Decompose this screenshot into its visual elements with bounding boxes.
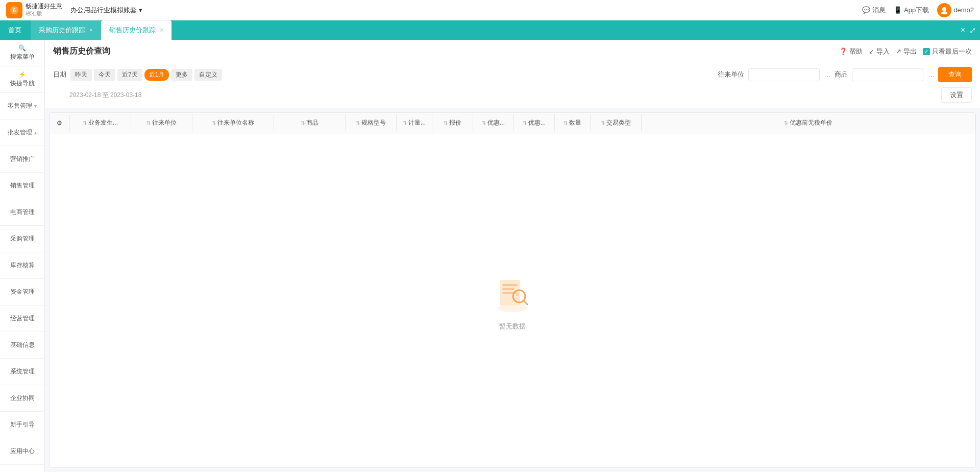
th-qty[interactable]: ⇅ 数量: [555, 114, 591, 131]
sidebar-item-guide[interactable]: 新手引导: [0, 412, 44, 438]
partner-filter-group: 往来单位 ...: [718, 68, 830, 81]
sidebar-item-wechat[interactable]: 企业微信: [0, 465, 44, 472]
btn-group-right: 设置: [941, 87, 972, 103]
close-tab-btn[interactable]: ×: [961, 26, 965, 35]
date-range-text: 2023-02-18 至 2023-03-18: [69, 91, 141, 100]
help-label: 帮助: [849, 47, 863, 56]
date-btn-today[interactable]: 今天: [94, 69, 115, 81]
th-discount1-label: 优惠...: [487, 119, 505, 127]
query-button[interactable]: 查询: [938, 67, 972, 82]
th-discount1-sort-icon: ⇅: [482, 120, 486, 126]
tab-purchase-close[interactable]: ×: [89, 27, 93, 34]
import-button[interactable]: ↙ 导入: [869, 47, 890, 56]
sidebar-item-operations[interactable]: 经营管理: [0, 305, 44, 332]
date-btn-custom[interactable]: 自定义: [194, 69, 222, 81]
export-button[interactable]: ↗ 导出: [896, 47, 917, 56]
sidebar-item-search[interactable]: 🔍 搜索菜单: [0, 40, 44, 66]
sidebar-item-purchase[interactable]: 采购管理: [0, 226, 44, 252]
table-body: 暂无数据: [50, 133, 975, 467]
date-btn-yesterday[interactable]: 昨天: [70, 69, 92, 81]
svg-line-10: [524, 301, 527, 304]
only-last-checkbox[interactable]: ✓ 只看最后一次: [923, 47, 972, 56]
top-bar-left: 6 畅捷通好生意 标准版 办公用品行业模拟账套 ▾: [6, 2, 146, 18]
empty-state: 暂无数据: [469, 249, 556, 351]
tab-purchase-label: 采购历史价跟踪: [39, 26, 85, 35]
th-partner-sort-icon: ⇅: [146, 120, 151, 126]
th-discount2[interactable]: ⇅ 优惠...: [514, 114, 555, 131]
svg-point-2: [942, 7, 946, 11]
th-discount1[interactable]: ⇅ 优惠...: [473, 114, 514, 131]
sidebar-label-inventory: 库存核算: [10, 261, 35, 270]
sidebar-item-ecommerce[interactable]: 电商管理: [0, 199, 44, 226]
tab-home[interactable]: 首页: [0, 20, 30, 40]
th-date[interactable]: ⇅ 业务发生...: [70, 114, 131, 131]
sidebar-item-sales-mgmt[interactable]: 销售管理: [0, 173, 44, 199]
maximize-btn[interactable]: ⤢: [969, 26, 976, 35]
sidebar-label-sales-mgmt: 销售管理: [10, 181, 35, 190]
sidebar-item-retail[interactable]: 零售管理 ▾: [0, 93, 44, 120]
date-quick-btns: 昨天 今天 近7天 近1月 更多 自定义: [70, 69, 222, 81]
sidebar-item-enterprise[interactable]: 企业协同: [0, 385, 44, 412]
tab-sales-history[interactable]: 销售历史价跟踪 ×: [101, 20, 172, 40]
app-download-button[interactable]: 📱 App下载: [894, 6, 929, 15]
logo-icon: 6: [6, 2, 22, 18]
account-dropdown[interactable]: 办公用品行业模拟账套 ▾: [66, 4, 146, 17]
sidebar-label-enterprise: 企业协同: [10, 394, 35, 403]
page-actions: ❓ 帮助 ↙ 导入 ↗ 导出 ✓ 只看最后一: [839, 47, 972, 56]
chevron-down-icon: ▾: [34, 103, 37, 109]
sidebar-label-quicknav: 快捷导航: [10, 79, 35, 88]
filter-second-row: 2023-02-18 至 2023-03-18 设置: [53, 87, 972, 108]
th-spec[interactable]: ⇅ 规格型号: [346, 114, 397, 131]
tab-sales-close[interactable]: ×: [160, 27, 163, 34]
th-unit[interactable]: ⇅ 计量...: [397, 114, 432, 131]
filter-row: 日期 昨天 今天 近7天 近1月 更多 自定义 往来单位 ...: [53, 62, 972, 87]
th-quote-label: 报价: [449, 119, 461, 127]
th-partner-code[interactable]: ⇅ 往来单位: [131, 114, 192, 131]
date-btn-7days[interactable]: 近7天: [117, 69, 142, 81]
table-container: ⚙ ⇅ 业务发生... ⇅ 往来单位 ⇅ 往来单位名称 ⇅ 商品: [49, 112, 976, 468]
th-pre-tax-label: 优惠前无税单价: [790, 119, 832, 127]
date-btn-more[interactable]: 更多: [171, 69, 192, 81]
message-button[interactable]: 💬 消息: [862, 6, 886, 15]
sidebar-label-marketing: 营销推广: [10, 155, 35, 163]
th-partner-name[interactable]: ⇅ 往来单位名称: [192, 114, 274, 131]
product-input[interactable]: [852, 68, 923, 81]
partner-input[interactable]: [748, 68, 820, 81]
sidebar-item-basics[interactable]: 基础信息: [0, 332, 44, 359]
download-icon: 📱: [894, 6, 902, 14]
app-download-label: App下载: [904, 6, 929, 15]
th-product[interactable]: ⇅ 商品: [274, 114, 346, 131]
th-trade-type[interactable]: ⇅ 交易类型: [591, 114, 642, 131]
sidebar-item-system[interactable]: 系统管理: [0, 359, 44, 385]
svg-rect-7: [502, 288, 514, 290]
th-quote[interactable]: ⇅ 报价: [432, 114, 473, 131]
th-pre-tax[interactable]: ⇅ 优惠前无税单价: [642, 114, 975, 131]
help-button[interactable]: ❓ 帮助: [839, 47, 863, 56]
sidebar-item-quicknav[interactable]: ⚡ 快捷导航: [0, 66, 44, 93]
only-last-label: 只看最后一次: [932, 47, 972, 56]
empty-illustration: [489, 270, 535, 316]
th-quote-sort-icon: ⇅: [444, 120, 448, 126]
th-settings[interactable]: ⚙: [50, 115, 70, 131]
sidebar-item-marketing[interactable]: 营销推广: [0, 146, 44, 173]
tab-purchase-history[interactable]: 采购历史价跟踪 ×: [31, 20, 101, 40]
search-icon: 🔍: [18, 44, 26, 52]
partner-ellipsis[interactable]: ...: [825, 71, 830, 79]
sidebar-item-inventory[interactable]: 库存核算: [0, 252, 44, 279]
logo-sub: 标准版: [26, 10, 62, 17]
date-btn-1month[interactable]: 近1月: [144, 69, 169, 81]
sidebar-item-appcenter[interactable]: 应用中心: [0, 438, 44, 465]
settings-button[interactable]: 设置: [941, 87, 972, 103]
th-spec-sort-icon: ⇅: [356, 120, 360, 126]
th-date-sort-icon: ⇅: [83, 120, 87, 126]
user-menu[interactable]: demo2: [937, 3, 974, 17]
check-icon: ✓: [924, 49, 928, 54]
product-ellipsis[interactable]: ...: [928, 71, 934, 79]
top-bar-right: 💬 消息 📱 App下载 demo2: [862, 3, 974, 17]
th-partner-code-label: 往来单位: [152, 119, 177, 127]
sidebar-item-finance[interactable]: 资金管理: [0, 279, 44, 305]
tab-bar: 首页 采购历史价跟踪 × 销售历史价跟踪 × × ⤢: [0, 20, 980, 40]
import-icon: ↙: [869, 48, 874, 55]
message-label: 消息: [872, 6, 886, 15]
sidebar-item-wholesale[interactable]: 批发管理 ▴: [0, 120, 44, 146]
